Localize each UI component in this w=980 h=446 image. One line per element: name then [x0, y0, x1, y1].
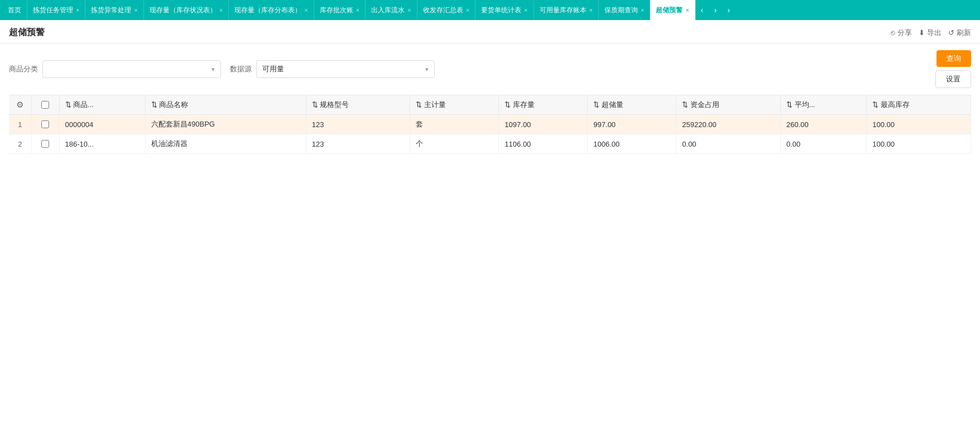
th-stock[interactable]: ⇅ 库存量 — [499, 95, 588, 115]
nav-tab-home[interactable]: 首页 — [2, 0, 27, 20]
settings-icon[interactable]: ⚙ — [16, 100, 23, 109]
nav-tab-6-close[interactable]: × — [407, 7, 411, 13]
export-button[interactable]: ⬇ 导出 — [919, 28, 941, 38]
th-spec[interactable]: ⇅ 规格型号 — [306, 95, 410, 115]
row-index-1: 2 — [9, 134, 31, 154]
nav-tab-2[interactable]: 拣货异常处理 × — [85, 0, 143, 20]
nav-tab-9-label: 可用量库存账本 — [540, 6, 587, 15]
row-select-0[interactable] — [41, 120, 49, 128]
nav-tab-6[interactable]: 出入库流水 × — [366, 0, 417, 20]
nav-tab-10-close[interactable]: × — [641, 7, 644, 13]
th-avg-label: ⇅ 平均... — [786, 100, 815, 109]
th-stock-label: ⇅ 库存量 — [505, 100, 535, 109]
nav-tab-3-label: 现存量（库存状况表） — [150, 6, 217, 15]
setting-button[interactable]: 设置 — [935, 70, 971, 88]
th-product-name[interactable]: ⇅ 商品名称 — [145, 95, 306, 115]
refresh-button[interactable]: ↺ 刷新 — [948, 28, 971, 38]
data-table: ⚙ ⇅ 商品... ⇅ 商品名称 ⇅ 规格型号 — [9, 95, 971, 154]
query-button[interactable]: 查询 — [936, 50, 971, 67]
nav-tab-7-close[interactable]: × — [466, 7, 469, 13]
nav-tab-6-label: 出入库流水 — [371, 6, 405, 15]
nav-tab-10-label: 保质期查询 — [604, 6, 638, 15]
nav-tab-9-close[interactable]: × — [589, 7, 593, 13]
nav-tab-1[interactable]: 拣货任务管理 × — [27, 0, 85, 20]
row-over-stock-0: 997.00 — [588, 115, 676, 134]
table-row: 2 186-10... 机油滤清器 123 个 1106.00 1006.00 … — [9, 134, 971, 154]
nav-tab-home-label: 首页 — [8, 6, 21, 15]
share-icon: ⎋ — [891, 28, 895, 37]
nav-tab-5-close[interactable]: × — [356, 7, 359, 13]
nav-tab-7-label: 收发存汇总表 — [423, 6, 463, 15]
nav-tab-8-close[interactable]: × — [524, 7, 527, 13]
nav-tab-2-close[interactable]: × — [134, 7, 137, 13]
table-row: 1 0000004 六配套新昌490BPG 123 套 1097.00 997.… — [9, 115, 971, 134]
nav-tab-4[interactable]: 现存量（库存分布表） × — [229, 0, 314, 20]
th-product-code-label: ⇅ 商品... — [65, 100, 94, 109]
row-checkbox-0[interactable] — [31, 115, 59, 134]
row-unit-0: 套 — [410, 115, 499, 134]
nav-tab-11[interactable]: 超储预警 × — [650, 0, 695, 20]
nav-tab-3-close[interactable]: × — [219, 7, 223, 13]
th-unit-label: ⇅ 主计量 — [416, 100, 446, 109]
th-checkbox — [31, 95, 59, 115]
refresh-icon: ↺ — [948, 28, 954, 37]
nav-next-arrow[interactable]: › — [709, 0, 722, 20]
row-max-stock-0: 100.00 — [867, 115, 971, 134]
nav-tab-5-label: 库存批次账 — [320, 6, 353, 15]
page-header: 超储预警 ⎋ 分享 ⬇ 导出 ↺ 刷新 — [0, 20, 980, 43]
row-max-stock-1: 100.00 — [867, 134, 971, 154]
nav-tab-5[interactable]: 库存批次账 × — [314, 0, 366, 20]
row-capital-1: 0.00 — [676, 134, 781, 154]
row-product-code-0: 0000004 — [59, 115, 145, 134]
select-all-checkbox[interactable] — [41, 101, 49, 109]
table-container: ⚙ ⇅ 商品... ⇅ 商品名称 ⇅ 规格型号 — [0, 95, 980, 154]
nav-tab-11-close[interactable]: × — [685, 7, 689, 13]
category-dropdown-icon: ▾ — [212, 66, 215, 73]
th-product-code[interactable]: ⇅ 商品... — [59, 95, 145, 115]
nav-tab-4-label: 现存量（库存分布表） — [234, 6, 301, 15]
nav-tab-1-label: 拣货任务管理 — [33, 6, 73, 15]
nav-tab-1-close[interactable]: × — [76, 7, 79, 13]
row-spec-0: 123 — [306, 115, 410, 134]
row-stock-0: 1097.00 — [499, 115, 588, 134]
th-capital[interactable]: ⇅ 资金占用 — [676, 95, 781, 115]
row-product-code-1: 186-10... — [59, 134, 145, 154]
top-nav: 首页 拣货任务管理 × 拣货异常处理 × 现存量（库存状况表） × 现存量（库存… — [0, 0, 980, 20]
row-checkbox-1[interactable] — [31, 134, 59, 154]
th-over-stock[interactable]: ⇅ 超储量 — [588, 95, 676, 115]
nav-tab-3[interactable]: 现存量（库存状况表） × — [144, 0, 229, 20]
row-product-name-1: 机油滤清器 — [145, 134, 306, 154]
row-index-0: 1 — [9, 115, 31, 134]
category-filter: 商品分类 ▾ — [9, 60, 221, 78]
th-unit[interactable]: ⇅ 主计量 — [410, 95, 499, 115]
nav-tab-7[interactable]: 收发存汇总表 × — [417, 0, 475, 20]
category-select[interactable]: ▾ — [42, 60, 221, 78]
nav-tab-9[interactable]: 可用量库存账本 × — [534, 0, 599, 20]
nav-tab-4-close[interactable]: × — [304, 7, 308, 13]
th-spec-label: ⇅ 规格型号 — [312, 100, 349, 109]
row-select-1[interactable] — [41, 140, 49, 148]
export-icon: ⬇ — [919, 28, 925, 37]
th-gear[interactable]: ⚙ — [9, 95, 31, 115]
nav-more-arrow[interactable]: › — [722, 0, 736, 20]
row-avg-1: 0.00 — [780, 134, 866, 154]
th-max-stock-label: ⇅ 最高库存 — [872, 100, 910, 109]
row-over-stock-1: 1006.00 — [588, 134, 676, 154]
datasource-dropdown-icon: ▾ — [425, 66, 429, 73]
th-product-name-label: ⇅ 商品名称 — [151, 100, 189, 109]
filter-area: 商品分类 ▾ 数据源 可用量 ▾ 查询 设置 — [0, 43, 980, 95]
row-spec-1: 123 — [306, 134, 410, 154]
row-avg-0: 260.00 — [780, 115, 866, 134]
nav-prev-arrow[interactable]: ‹ — [695, 0, 709, 20]
th-over-stock-label: ⇅ 超储量 — [593, 100, 623, 109]
th-max-stock[interactable]: ⇅ 最高库存 — [867, 95, 971, 115]
refresh-label: 刷新 — [957, 28, 971, 38]
share-button[interactable]: ⎋ 分享 — [891, 28, 912, 38]
page-actions: ⎋ 分享 ⬇ 导出 ↺ 刷新 — [891, 28, 971, 38]
nav-tab-10[interactable]: 保质期查询 × — [599, 0, 650, 20]
nav-tab-8[interactable]: 要货单统计表 × — [475, 0, 534, 20]
row-unit-1: 个 — [410, 134, 499, 154]
th-avg[interactable]: ⇅ 平均... — [780, 95, 866, 115]
page-container: 超储预警 ⎋ 分享 ⬇ 导出 ↺ 刷新 商品分类 ▾ 数据源 — [0, 20, 980, 446]
datasource-select[interactable]: 可用量 ▾ — [256, 60, 435, 78]
